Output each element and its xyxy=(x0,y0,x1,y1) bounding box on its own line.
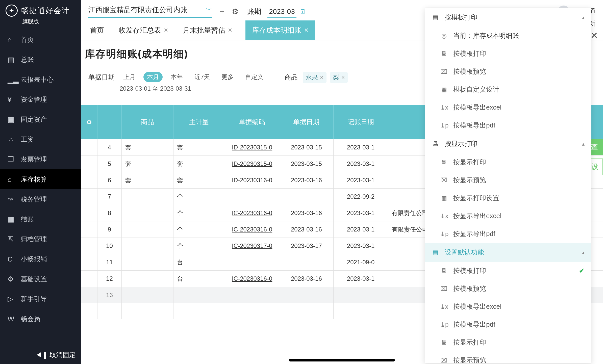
chevron-up-icon: ▴ xyxy=(582,14,585,20)
col-gear[interactable]: ⚙ xyxy=(81,105,97,139)
nav-label: 畅会员 xyxy=(21,315,40,323)
item-icon: 🖶 xyxy=(440,50,448,57)
nav-label: 固定资产 xyxy=(21,115,47,124)
range-chip[interactable]: 自定义 xyxy=(242,72,267,82)
doc-link[interactable]: IC-20230316-0 xyxy=(225,221,279,238)
goods-chip[interactable]: 梨 × xyxy=(330,72,348,83)
close-icon[interactable]: ✕ xyxy=(304,27,309,34)
add-icon[interactable]: ＋ xyxy=(218,6,226,17)
item-icon: ⤓p xyxy=(440,122,448,129)
remove-icon[interactable]: × xyxy=(341,74,345,81)
dropdown-item[interactable]: ⤓p按显示导出pdf xyxy=(425,225,591,243)
period-selector[interactable]: 2023-03 🗓 xyxy=(267,8,306,16)
edition-label: 旗舰版 xyxy=(0,18,81,30)
sidebar-item-10[interactable]: ⇱归档管理 xyxy=(0,229,81,249)
sidebar-item-6[interactable]: ❐发票管理 xyxy=(0,149,81,169)
doc-link[interactable]: IC-20230317-0 xyxy=(225,238,279,254)
close-icon[interactable]: ✕ xyxy=(228,27,232,34)
close-panel-icon[interactable]: ✕ xyxy=(590,30,598,41)
date-filter-label: 单据日期 xyxy=(88,73,115,82)
range-chip[interactable]: 上月 xyxy=(120,72,139,82)
dropdown-item[interactable]: ⌧按显示预览 xyxy=(425,351,591,363)
nav-icon: ▁▂ xyxy=(8,75,18,84)
dropdown-item[interactable]: ⤓x按模板导出excel xyxy=(425,98,591,116)
range-chip[interactable]: 本年 xyxy=(167,72,186,82)
dropdown-item[interactable]: ⌧按显示预览 xyxy=(425,171,591,189)
period-label: 账期 xyxy=(247,7,261,16)
print-dropdown: ▤按模板打印▴◎当前：库存成本明细账🖶按模板打印⌧按模板预览▦模板自定义设计⤓x… xyxy=(425,8,591,363)
doc-link[interactable]: ID-20230316-0 xyxy=(225,172,279,189)
dropdown-item[interactable]: ▦按显示打印设置 xyxy=(425,189,591,207)
doc-link[interactable]: IC-20230316-0 xyxy=(225,205,279,221)
nav-label: 小畅报销 xyxy=(21,255,47,264)
sidebar-item-5[interactable]: ⛬工资 xyxy=(0,129,81,149)
dropdown-item[interactable]: ⤓p按模板导出pdf xyxy=(425,316,591,333)
sidebar-item-7[interactable]: ⌂库存核算 xyxy=(0,169,81,189)
tab-1[interactable]: 收发存汇总表✕ xyxy=(117,20,170,40)
chevron-down-icon: ﹀ xyxy=(206,6,212,14)
calendar-icon: 🗓 xyxy=(299,8,306,15)
goods-filter: 商品 水果 ×梨 × xyxy=(285,72,348,83)
dropdown-item[interactable]: ◎当前：库存成本明细账 xyxy=(425,27,591,45)
logo-icon: ✦ xyxy=(6,5,18,17)
item-icon: ◎ xyxy=(440,32,448,39)
goods-chips: 水果 ×梨 × xyxy=(303,72,348,83)
sidebar-item-14[interactable]: W畅会员 xyxy=(0,309,81,329)
dropdown-item[interactable]: ⤓x按显示导出excel xyxy=(425,207,591,225)
sidebar-item-0[interactable]: ⌂首页 xyxy=(0,30,81,50)
sidebar-item-13[interactable]: ▷新手引导 xyxy=(0,289,81,309)
gear-icon[interactable]: ⚙ xyxy=(232,7,239,16)
gear-icon: ⚙ xyxy=(86,118,92,126)
col-goods: 商品 xyxy=(122,105,173,139)
sidebar-item-2[interactable]: ▁▂云报表中心 xyxy=(0,70,81,90)
dropdown-item[interactable]: 🖶按模板打印✔ xyxy=(425,262,591,280)
unpin-button[interactable]: ◀❚ 取消固定 xyxy=(0,346,81,364)
nav-label: 结账 xyxy=(21,215,34,224)
logo: ✦ 畅捷通好会计 xyxy=(0,0,81,18)
dropdown-section[interactable]: ▤设置默认功能▴ xyxy=(425,243,591,262)
range-chip[interactable]: 近7天 xyxy=(191,72,213,82)
sidebar-item-12[interactable]: ⚙基础设置 xyxy=(0,269,81,289)
dropdown-item[interactable]: 🖶按显示打印 xyxy=(425,333,591,351)
company-selector[interactable]: 江西服宝精品有限责任公司内账 ﹀ xyxy=(88,5,212,18)
chevron-up-icon: ▴ xyxy=(582,141,585,147)
dropdown-item[interactable]: ⤓p按模板导出pdf xyxy=(425,116,591,134)
goods-chip[interactable]: 水果 × xyxy=(303,72,326,83)
col-docno: 单据编码 xyxy=(225,105,279,139)
sidebar-item-4[interactable]: ▣固定资产 xyxy=(0,110,81,129)
dropdown-item[interactable]: 🖶按显示打印 xyxy=(425,153,591,171)
range-chip[interactable]: 本月 xyxy=(143,72,163,82)
sidebar-item-3[interactable]: ¥资金管理 xyxy=(0,90,81,110)
nav-icon: ▷ xyxy=(8,295,18,303)
sidebar-item-8[interactable]: ✑税务管理 xyxy=(0,189,81,209)
nav-label: 首页 xyxy=(21,35,34,44)
dropdown-item[interactable]: 🖶按模板打印 xyxy=(425,45,591,63)
dropdown-item[interactable]: ⌧按模板预览 xyxy=(425,63,591,81)
col-accdate: 记账日期 xyxy=(334,105,388,139)
doc-link[interactable]: ID-20230315-0 xyxy=(225,156,279,172)
tab-3[interactable]: 库存成本明细账✕ xyxy=(245,20,315,40)
range-chip[interactable]: 更多 xyxy=(218,72,237,82)
remove-icon[interactable]: × xyxy=(320,74,323,81)
chevron-up-icon: ▴ xyxy=(582,249,585,255)
item-icon: ▦ xyxy=(440,86,448,93)
dropdown-item[interactable]: ▦模板自定义设计 xyxy=(425,81,591,98)
tab-2[interactable]: 月末批量暂估✕ xyxy=(181,20,234,40)
sidebar-item-1[interactable]: ▤总账 xyxy=(0,50,81,70)
item-icon: ⤓p xyxy=(440,230,448,238)
section-icon: ▤ xyxy=(432,249,439,256)
sidebar-item-11[interactable]: C小畅报销 xyxy=(0,249,81,269)
nav: ⌂首页▤总账▁▂云报表中心¥资金管理▣固定资产⛬工资❐发票管理⌂库存核算✑税务管… xyxy=(0,30,81,346)
dropdown-section[interactable]: ▤按模板打印▴ xyxy=(425,8,591,27)
doc-link[interactable]: ID-20230315-0 xyxy=(225,139,279,156)
close-icon[interactable]: ✕ xyxy=(164,27,168,34)
doc-link[interactable]: IC-20230316-0 xyxy=(225,271,279,287)
tab-0[interactable]: 首页 xyxy=(88,20,106,40)
dropdown-section[interactable]: 🖶按显示打印▴ xyxy=(425,134,591,153)
nav-icon: ▤ xyxy=(8,56,18,64)
dropdown-item[interactable]: ⌧按模板预览 xyxy=(425,280,591,298)
dropdown-item[interactable]: ⤓x按模板导出excel xyxy=(425,298,591,316)
sidebar-item-9[interactable]: ▦结账 xyxy=(0,209,81,229)
nav-label: 发票管理 xyxy=(21,155,47,164)
item-icon: ⌧ xyxy=(440,177,448,184)
